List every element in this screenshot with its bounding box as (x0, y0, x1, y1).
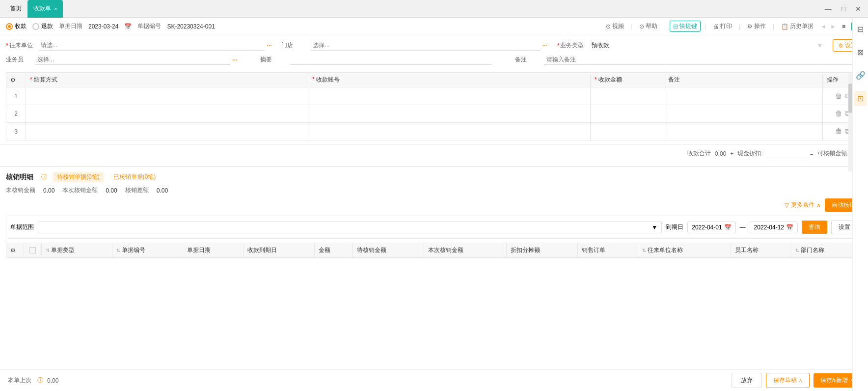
amount-cell-1[interactable] (591, 87, 664, 105)
this-order-label: 本单上次 (8, 376, 31, 385)
due-date-label: 到期日 (666, 223, 683, 231)
date-value[interactable]: 2023-03-24 (88, 23, 118, 30)
settlement-cell-3[interactable] (26, 123, 308, 140)
col-amount-header: * 收款金额 (591, 73, 664, 87)
staff-label: 业务员 (6, 56, 35, 64)
toolbar-actions: ⊙ 视频 | ⊙ 帮助 | ⊟ 快捷键 | 🖨 打印 | ⚙ 操作 (603, 21, 862, 32)
verify-filter-row: ▽ 更多条件 ∧ 自动核销 (6, 198, 862, 212)
nav-prev-icon[interactable]: ◄ (820, 23, 826, 30)
business-type-field: * 业务类型 预收款 ▼ (557, 40, 823, 51)
bottom-gear-icon[interactable]: ⚙ (10, 247, 16, 254)
query-button[interactable]: 查询 (802, 221, 827, 234)
row-num-3: 3 (6, 123, 26, 140)
remark-input[interactable] (544, 55, 862, 65)
form-row-1: * 往来单位 ··· 门店 ··· * 业务类型 预收款 ▼ ⚙ (6, 39, 862, 52)
settlement-cell-2[interactable] (26, 105, 308, 123)
tab-home[interactable]: 首页 (4, 0, 27, 18)
current-verify-value: 0.00 (106, 187, 117, 194)
remark-cell-2[interactable] (664, 105, 823, 123)
row-num-2: 2 (6, 105, 26, 123)
account-cell-1[interactable] (308, 87, 591, 105)
right-panel-icon-2[interactable]: ⊠ (854, 45, 867, 60)
nav-next-icon[interactable]: ► (830, 23, 836, 30)
form-row-2: 业务员 ··· 摘要 备注 (6, 55, 862, 65)
col-gear-header[interactable]: ⚙ (6, 73, 26, 87)
discount-input[interactable] (767, 149, 806, 158)
radio-return[interactable]: 退款 (32, 22, 53, 30)
footer: 本单上次 ⓘ 0.00 放弃 保存草稿 ∧ 保存&新增 ∧ (0, 369, 868, 391)
table-gear-icon[interactable]: ⚙ (10, 77, 16, 84)
right-panel-icon-1[interactable]: ⊟ (854, 22, 867, 37)
help-button[interactable]: ⊙ 帮助 (636, 21, 660, 31)
action-button[interactable]: ⚙ 操作 (744, 21, 769, 31)
tab-current[interactable]: 收款单 × (27, 0, 63, 18)
maximize-button[interactable]: □ (839, 4, 848, 14)
current-verify-label: 本次核销金额 (62, 186, 98, 195)
shop-field: 门店 ··· (281, 40, 547, 51)
diff-value: 0.00 (157, 187, 168, 194)
calendar-end-icon[interactable]: 📅 (786, 224, 793, 231)
scrollbar-track (848, 74, 852, 172)
verify-tab-pending[interactable]: 待核销单据(0笔) (53, 172, 104, 182)
scrollbar-thumb[interactable] (848, 84, 852, 113)
equals-sign: = (810, 150, 814, 157)
bottom-gear-header[interactable]: ⚙ (6, 243, 24, 258)
verify-table-wrapper: ⚙ ⇅ 单据类型 ⇅ 单据编号 (6, 243, 862, 258)
doc-range-select[interactable]: ▼ (38, 222, 662, 233)
main-content: 收款 退款 单据日期 2023-03-24 📅 单据编号 SK-20230324… (0, 18, 868, 391)
minimize-button[interactable]: — (822, 4, 835, 14)
summary-field: 摘要 (260, 55, 491, 65)
doc-range-label: 单据范围 (10, 223, 34, 231)
video-button[interactable]: ⊙ 视频 (603, 21, 627, 31)
form-section: * 往来单位 ··· 门店 ··· * 业务类型 预收款 ▼ ⚙ (0, 35, 868, 72)
settlement-cell-1[interactable] (26, 87, 308, 105)
business-type-dropdown-icon[interactable]: ▼ (817, 42, 823, 49)
counterpart-input[interactable] (39, 40, 265, 51)
col-counterpart-header: ⇅ 往来单位名称 (638, 243, 731, 258)
summary-input[interactable] (290, 55, 491, 65)
close-button[interactable]: ✕ (852, 4, 864, 14)
right-panel-icon-4[interactable]: ⊡ (854, 91, 867, 106)
staff-more-icon[interactable]: ··· (232, 56, 237, 63)
save-draft-chevron-icon: ∧ (799, 378, 802, 383)
remark-cell-3[interactable] (664, 123, 823, 140)
col-doc-type-header: ⇅ 单据类型 (42, 243, 112, 258)
info-icon-footer[interactable]: ⓘ (37, 376, 43, 385)
col-amount-header: 金额 (315, 243, 353, 258)
abandon-button[interactable]: 放弃 (732, 373, 762, 388)
account-cell-2[interactable] (308, 105, 591, 123)
tab-close-icon[interactable]: × (54, 6, 57, 12)
right-panel-icon-3[interactable]: 🔗 (853, 68, 868, 83)
select-all-checkbox[interactable] (29, 247, 36, 253)
shop-more-icon[interactable]: ··· (542, 42, 547, 49)
history-icon: 📋 (781, 23, 788, 30)
account-cell-3[interactable] (308, 123, 591, 140)
summary-label: 摘要 (260, 56, 290, 64)
amount-cell-3[interactable] (591, 123, 664, 140)
shop-input[interactable] (311, 40, 540, 51)
delete-icon-2[interactable]: 🗑 (835, 110, 842, 118)
due-date-end-input[interactable]: 2022-04-12 📅 (750, 222, 798, 233)
bottom-checkbox-header[interactable] (24, 243, 42, 258)
dropdown-icon: ▼ (651, 224, 657, 231)
verify-tab-done[interactable]: 已核销单据(0笔) (109, 172, 160, 182)
remark-cell-1[interactable] (664, 87, 823, 105)
calendar-start-icon[interactable]: 📅 (724, 224, 732, 231)
history-button[interactable]: 📋 历史单据 (778, 21, 816, 31)
amount-cell-2[interactable] (591, 105, 664, 123)
save-draft-button[interactable]: 保存草稿 ∧ (766, 373, 810, 388)
print-button[interactable]: 🖨 打印 (710, 21, 735, 31)
delete-icon-1[interactable]: 🗑 (835, 92, 842, 100)
radio-receive[interactable]: 收款 (6, 22, 27, 30)
counterpart-more-icon[interactable]: ··· (267, 42, 271, 49)
more-conditions-button[interactable]: ▽ 更多条件 ∧ (785, 201, 821, 209)
due-date-start-value: 2022-04-01 (692, 224, 722, 231)
staff-input[interactable] (35, 55, 230, 65)
due-date-start-input[interactable]: 2022-04-01 📅 (687, 222, 735, 233)
calendar-icon[interactable]: 📅 (124, 23, 132, 30)
view-list-icon[interactable]: ≡ (840, 22, 847, 31)
delete-icon-3[interactable]: 🗑 (835, 127, 842, 136)
col-settlement-header: * 结算方式 (26, 73, 308, 87)
shortcut-button[interactable]: ⊟ 快捷键 (670, 21, 701, 32)
verify-info-icon[interactable]: ⓘ (41, 173, 47, 181)
